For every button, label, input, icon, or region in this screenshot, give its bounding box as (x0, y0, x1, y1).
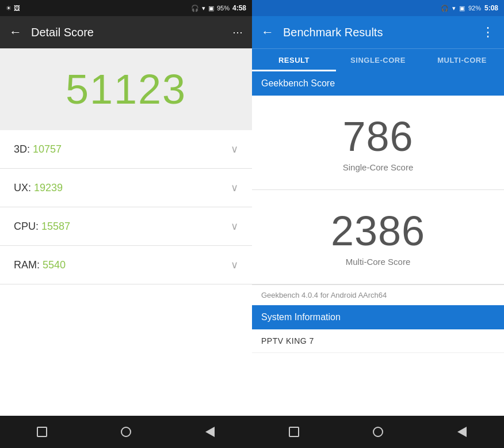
battery-right: 92% (468, 5, 481, 12)
image-icon: 🖼 (14, 5, 20, 12)
nav-recents-left[interactable] (30, 420, 54, 443)
score-section: 51123 (0, 48, 252, 130)
headphone-icon-right: 🎧 (441, 5, 449, 12)
detail-label-cpu: CPU: 15587 (14, 221, 70, 233)
right-panel: 🎧 ▾ ▣ 92% 5:08 ← Benchmark Results ⋮ RES… (252, 0, 504, 448)
label-text-3d: 3D: (14, 143, 33, 155)
multi-core-score: 2386 (264, 207, 492, 255)
right-status-icons: 🎧 ▾ ▣ 95% 4:58 (191, 4, 246, 12)
nav-circle-icon-right (373, 427, 383, 437)
tab-result-label: RESULT (278, 56, 310, 64)
tab-single-core-label: SINGLE-CORE (350, 56, 406, 64)
chevron-ux: ∨ (231, 181, 238, 194)
back-button-left[interactable]: ← (9, 25, 22, 40)
detail-row-ux[interactable]: UX: 19239 ∨ (0, 169, 252, 207)
detail-row-ram[interactable]: RAM: 5540 ∨ (0, 246, 252, 284)
wifi-icon: ▾ (202, 5, 205, 12)
value-cpu: 15587 (41, 221, 70, 232)
bench-footer-text: Geekbench 4.0.4 for Android AArch64 (261, 291, 387, 299)
nav-back-left[interactable] (198, 420, 222, 443)
system-info-header: System Information (252, 305, 504, 329)
nav-square-icon-right (289, 427, 299, 437)
detail-row-cpu[interactable]: CPU: 15587 ∨ (0, 207, 252, 246)
nav-circle-icon-left (121, 427, 131, 437)
toolbar-title-right: Benchmark Results (283, 26, 482, 39)
geekbench-header-text: Geekbench Score (261, 78, 335, 88)
system-info-device: PPTV KING 7 (252, 329, 504, 353)
nav-triangle-icon-right (457, 427, 467, 437)
detail-label-ram: RAM: 5540 (14, 259, 66, 271)
tab-multi-core[interactable]: MULTI-CORE (420, 49, 504, 71)
value-3d: 10757 (33, 143, 62, 155)
multi-core-block: 2386 Multi-Core Score (252, 190, 504, 284)
toolbar-right: ← Benchmark Results ⋮ (252, 16, 504, 48)
battery-left: 95% (217, 5, 230, 12)
multi-core-label: Multi-Core Score (264, 257, 492, 267)
detail-items: 3D: 10757 ∨ UX: 19239 ∨ CPU: 15587 ∨ RAM… (0, 130, 252, 416)
tabs-bar: RESULT SINGLE-CORE MULTI-CORE (252, 48, 504, 71)
status-bar-left: ☀ 🖼 🎧 ▾ ▣ 95% 4:58 (0, 0, 252, 16)
label-text-ram: RAM: (14, 259, 43, 271)
headphone-icon: 🎧 (191, 5, 199, 12)
label-text-cpu: CPU: (14, 221, 41, 232)
chevron-cpu: ∨ (231, 220, 238, 233)
chevron-ram: ∨ (231, 259, 238, 271)
detail-label-ux: UX: 19239 (14, 182, 63, 194)
chevron-3d: ∨ (231, 143, 238, 155)
value-ux: 19239 (34, 182, 63, 193)
tab-multi-core-label: MULTI-CORE (437, 56, 487, 64)
left-panel: ☀ 🖼 🎧 ▾ ▣ 95% 4:58 ← Detail Score ⋯ 5112… (0, 0, 252, 448)
toolbar-left: ← Detail Score ⋯ (0, 16, 252, 48)
bottom-nav-right (252, 416, 504, 448)
tab-result[interactable]: RESULT (252, 49, 336, 71)
time-right: 5:08 (484, 4, 498, 12)
detail-label-3d: 3D: 10757 (14, 143, 62, 155)
nav-back-right[interactable] (450, 420, 474, 443)
wifi-icon-right: ▾ (452, 5, 456, 12)
back-button-right[interactable]: ← (261, 25, 274, 40)
signal-icon: ▣ (208, 5, 214, 12)
single-core-score: 786 (264, 113, 492, 160)
sun-icon: ☀ (6, 5, 12, 12)
tab-single-core[interactable]: SINGLE-CORE (336, 49, 420, 71)
nav-recents-right[interactable] (282, 420, 306, 443)
signal-icon-right: ▣ (459, 5, 465, 12)
value-ram: 5540 (43, 259, 66, 271)
left-status-icons: ☀ 🖼 (6, 5, 188, 12)
geekbench-header: Geekbench Score (252, 71, 504, 96)
system-info-header-text: System Information (261, 312, 341, 322)
share-icon-left[interactable]: ⋯ (232, 26, 243, 39)
device-name: PPTV KING 7 (261, 336, 314, 346)
single-core-label: Single-Core Score (264, 162, 492, 172)
status-bar-right: 🎧 ▾ ▣ 92% 5:08 (252, 0, 504, 16)
bottom-nav-left (0, 416, 252, 448)
toolbar-title-left: Detail Score (31, 26, 232, 39)
label-text-ux: UX: (14, 182, 34, 193)
nav-square-icon-left (37, 427, 47, 437)
nav-triangle-icon-left (205, 427, 215, 437)
main-score: 51123 (66, 66, 186, 112)
detail-row-3d[interactable]: 3D: 10757 ∨ (0, 130, 252, 169)
nav-home-left[interactable] (114, 420, 138, 443)
bench-footer: Geekbench 4.0.4 for Android AArch64 (252, 284, 504, 305)
benchmark-content: 786 Single-Core Score 2386 Multi-Core Sc… (252, 96, 504, 416)
more-menu-icon[interactable]: ⋮ (482, 25, 495, 40)
time-left: 4:58 (232, 4, 246, 12)
nav-home-right[interactable] (366, 420, 390, 443)
single-core-block: 786 Single-Core Score (252, 96, 504, 190)
